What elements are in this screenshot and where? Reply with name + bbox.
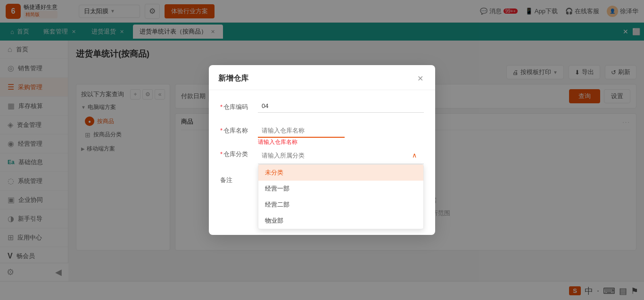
modal-close-button[interactable]: ✕	[414, 73, 426, 84]
modal-body: * 仓库编码 * 仓库名称 请输入仓库名称 *	[209, 90, 435, 204]
warehouse-name-label: * 仓库名称	[220, 123, 258, 138]
close-icon: ✕	[417, 74, 423, 83]
dropdown-item-dept1[interactable]: 经营一部	[258, 181, 423, 197]
category-chevron-icon: ∧	[409, 150, 420, 161]
modal-title: 新增仓库	[218, 74, 248, 83]
remarks-label: 备注	[220, 173, 258, 188]
required-star-2: *	[220, 123, 223, 138]
modal-header: 新增仓库 ✕	[209, 65, 435, 90]
warehouse-name-input[interactable]	[258, 124, 345, 138]
category-input[interactable]	[262, 152, 409, 159]
dropdown-item-dept2[interactable]: 经营二部	[258, 197, 423, 213]
warehouse-name-error: 请输入仓库名称	[258, 138, 297, 146]
modal-overlay[interactable]: 新增仓库 ✕ * 仓库编码 * 仓库名称	[0, 0, 644, 300]
warehouse-name-row: * 仓库名称 请输入仓库名称	[220, 123, 424, 138]
warehouse-code-input[interactable]	[258, 100, 424, 113]
warehouse-code-row: * 仓库编码	[220, 100, 424, 115]
dropdown-item-uncategorized[interactable]: 未分类	[258, 165, 423, 181]
required-star: *	[220, 100, 223, 115]
warehouse-name-input-row: * 仓库名称	[220, 123, 345, 138]
warehouse-category-select[interactable]: ∧	[258, 147, 424, 164]
warehouse-category-row: * 仓库分类 ∧ 未分类 经营一部 经营二部 物业部	[220, 147, 424, 164]
warehouse-category-label: * 仓库分类	[220, 147, 258, 162]
dropdown-item-dept3[interactable]: 物业部	[258, 213, 423, 229]
new-warehouse-modal: 新增仓库 ✕ * 仓库编码 * 仓库名称	[209, 65, 435, 235]
warehouse-code-label: * 仓库编码	[220, 100, 258, 115]
required-star-3: *	[220, 147, 223, 162]
category-dropdown: 未分类 经营一部 经营二部 物业部	[258, 164, 424, 229]
